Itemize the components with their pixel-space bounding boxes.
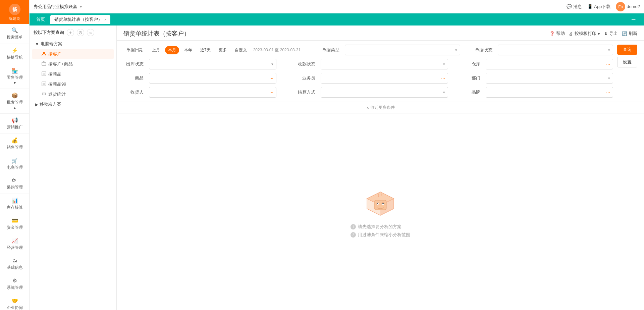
tip-text-2: 用过滤条件来缩小分析范围 (358, 232, 410, 238)
app-download-btn[interactable]: 📱 App下载 (587, 4, 610, 10)
sidebar-item-basic[interactable]: 🗂 基础信息 (0, 254, 29, 274)
tab-minimize-btn[interactable]: ─ (632, 16, 635, 22)
brand-select[interactable]: ··· (486, 87, 613, 98)
tip-text-1: 请先选择要分析的方案 (358, 224, 401, 230)
mobile-group-header[interactable]: ▶ 移动端方案 (32, 99, 114, 109)
sidebar-item-enterprise[interactable]: 🤝 企业协同 (0, 294, 29, 310)
sidebar-item-ecommerce[interactable]: 🛒 电商管理 (0, 154, 29, 174)
date-btn-thisyear[interactable]: 本年 (181, 46, 195, 54)
purchase-icon: 🛍 (12, 177, 17, 184)
scheme-item-by-customer[interactable]: 按客户 (32, 49, 114, 59)
dept-select[interactable]: ▾ (486, 73, 613, 84)
settings-button[interactable]: 设置 (617, 57, 637, 67)
receipt-status-chevron: ▾ (443, 62, 445, 66)
filter-rows-wrapper: 单据日期 上月 本月 本年 近7天 更多 自定义 2023-03-01 至 20… (123, 45, 637, 98)
user-avatar[interactable]: Ea demo2 (616, 2, 640, 11)
scheme-item-goods99[interactable]: 按商品99 (32, 79, 114, 89)
out-status-select[interactable]: ▾ (149, 59, 276, 69)
tip-num-1: 1 (351, 224, 356, 229)
settlement-label: 结算方式 (295, 89, 315, 95)
svg-rect-15 (374, 200, 386, 210)
svg-point-2 (43, 52, 45, 54)
scheme-settings-btn[interactable]: ⊙ (77, 29, 84, 36)
salesperson-dots: ··· (441, 75, 445, 81)
collapse-btn[interactable]: ∧ 收起更多条件 (366, 105, 395, 110)
group-expand-icon: ▼ (35, 42, 39, 47)
print-btn[interactable]: 🖨 按模板打印 ▾ (569, 31, 600, 37)
goods-select[interactable]: ··· (149, 73, 276, 84)
date-btn-more[interactable]: 更多 (216, 46, 230, 54)
sidebar-item-wholesale[interactable]: 📦 批发管理 ▴ (0, 89, 29, 114)
desktop-group: ▼ 电脑端方案 按客户 按客户+ (30, 39, 116, 99)
export-btn[interactable]: ⬇ 导出 (604, 31, 618, 37)
desktop-group-header[interactable]: ▼ 电脑端方案 (32, 39, 114, 49)
warehouse-label: 仓库 (460, 61, 480, 67)
returns-icon (42, 92, 46, 97)
message-btn[interactable]: 💬 消息 (567, 4, 582, 10)
scheme-label: 按客户+商品 (48, 61, 73, 67)
tab-sales-stats[interactable]: 销货单统计表（按客户） × (50, 15, 110, 24)
quicknav-icon: ⚡ (11, 47, 18, 54)
receipt-status-select[interactable]: ▾ (321, 59, 448, 69)
dept-chevron: ▾ (608, 76, 610, 81)
sidebar-item-operations[interactable]: 📈 经营管理 (0, 234, 29, 254)
recipient-select[interactable]: ··· (149, 87, 276, 98)
avatar-image: Ea (616, 2, 625, 11)
salesperson-select[interactable]: ··· (321, 73, 448, 84)
sidebar-item-finance[interactable]: 💳 资金管理 (0, 214, 29, 234)
tab-maximize-btn[interactable]: □ (638, 16, 641, 22)
tab-home[interactable]: 首页 (32, 15, 49, 24)
left-panel-header: 按以下方案查询 + ⊙ « (30, 29, 116, 39)
sidebar-item-inventory[interactable]: 📊 库存核算 (0, 194, 29, 214)
goods-icon (42, 71, 46, 77)
sidebar-item-sales[interactable]: 💰 销售管理 (0, 134, 29, 154)
dropdown-icon[interactable]: ▾ (80, 4, 82, 9)
sidebar-item-quicknav[interactable]: ⚡ 快捷导航 (0, 44, 29, 64)
collapse-up-icon: ∧ (366, 105, 369, 110)
add-scheme-btn[interactable]: + (67, 29, 74, 36)
date-group: 上月 本月 本年 近7天 更多 自定义 2023-03-01 至 2023-03… (149, 46, 301, 54)
empty-state: 1 请先选择要分析的方案 2 用过滤条件来缩小分析范围 (117, 113, 644, 310)
group-expand-icon2: ▶ (35, 102, 38, 107)
warehouse-select[interactable]: ··· (486, 59, 613, 69)
collapse-panel-btn[interactable]: « (87, 29, 94, 36)
date-btn-thismonth[interactable]: 本月 (165, 46, 179, 54)
collapse-bar[interactable]: ∧ 收起更多条件 (117, 102, 644, 113)
query-button[interactable]: 查询 (617, 45, 637, 55)
enterprise-icon: 🤝 (11, 298, 18, 304)
date-btn-lastmonth[interactable]: 上月 (149, 46, 163, 54)
svg-rect-7 (42, 82, 46, 86)
svg-point-19 (382, 203, 384, 204)
search-icon: 🔍 (11, 27, 18, 34)
doc-type-select[interactable]: ▾ (345, 45, 460, 55)
refresh-btn[interactable]: 🔄 刷新 (622, 31, 637, 37)
left-panel-title: 按以下方案查询 (34, 30, 64, 36)
goods99-icon (42, 82, 46, 87)
customer-goods-icon (42, 61, 46, 67)
wholesale-icon: 📦 (11, 92, 18, 99)
marketing-icon: 📢 (11, 117, 18, 123)
scheme-item-returns[interactable]: 退货统计 (32, 89, 114, 99)
download-icon: 📱 (587, 4, 593, 9)
svg-text:畅: 畅 (12, 7, 17, 12)
sidebar-item-retail[interactable]: 🏪 零售管理 ▾ (0, 64, 29, 89)
sidebar-item-marketing[interactable]: 📢 营销推广 (0, 114, 29, 134)
settlement-select[interactable]: ▾ (321, 87, 448, 98)
page-title: 销货单统计表（按客户） (123, 30, 190, 38)
tab-close-icon[interactable]: × (104, 18, 106, 21)
date-btn-custom[interactable]: 自定义 (232, 46, 250, 54)
receipt-status-label: 收款状态 (295, 61, 315, 67)
operations-icon: 📈 (11, 238, 18, 244)
doc-status-select[interactable]: ▾ (498, 45, 613, 55)
date-btn-last7days[interactable]: 近7天 (197, 46, 214, 54)
out-status-chevron: ▾ (271, 62, 273, 66)
scheme-item-customer-goods[interactable]: 按客户+商品 (32, 59, 114, 69)
tab-bar-right: ─ □ (632, 16, 641, 22)
sidebar-item-purchase[interactable]: 🛍 采购管理 (0, 174, 29, 194)
filter-row-status: 出库状态 ▾ 收款状态 ▾ 仓库 ··· (123, 59, 613, 69)
logo-text: 标题页 (9, 16, 20, 21)
sidebar-item-search[interactable]: 🔍 搜索菜单 (0, 24, 29, 44)
sidebar-item-system[interactable]: ⚙ 系统管理 (0, 274, 29, 294)
help-btn[interactable]: ❓ 帮助 (549, 31, 565, 37)
scheme-item-goods[interactable]: 按商品 (32, 69, 114, 79)
